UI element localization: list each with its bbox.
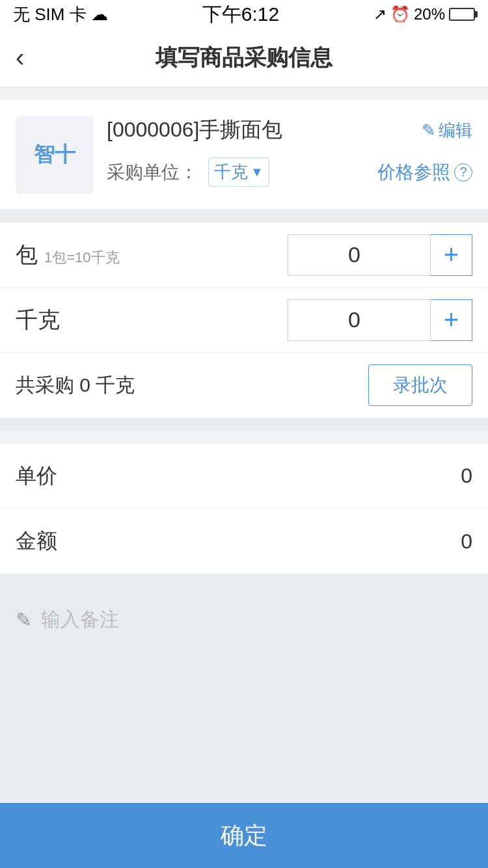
price-row-unit: 单价 0 bbox=[0, 444, 488, 509]
quantity-row-bag: 包 1包=10千克 + bbox=[0, 223, 488, 288]
battery-percent: 20% bbox=[414, 5, 445, 23]
quantity-input-wrap-bag: + bbox=[120, 234, 472, 276]
unit-bag-sublabel: 1包=10千克 bbox=[44, 248, 120, 267]
total-row: 共采购 0 千克 录批次 bbox=[0, 353, 488, 418]
unit-kg-label: 千克 bbox=[16, 305, 60, 335]
quantity-label-bag: 包 1包=10千克 bbox=[16, 240, 120, 270]
help-icon: ? bbox=[454, 163, 472, 182]
unit-price-label: 单价 bbox=[16, 462, 57, 491]
edit-icon: ✎ bbox=[422, 120, 436, 141]
page-title: 填写商品采购信息 bbox=[156, 43, 332, 73]
confirm-button[interactable]: 确定 bbox=[0, 803, 488, 868]
chevron-down-icon: ▼ bbox=[251, 165, 264, 180]
product-card: 智十 [0000006]手撕面包 ✎ 编辑 采购单位： 千克 ▼ 价格参照 ? bbox=[0, 100, 488, 210]
price-row-amount: 金额 0 bbox=[0, 509, 488, 574]
quantity-input-wrap-kg: + bbox=[113, 299, 472, 341]
note-section[interactable]: ✎ 输入备注 bbox=[0, 574, 488, 665]
product-info: [0000006]手撕面包 ✎ 编辑 采购单位： 千克 ▼ 价格参照 ? bbox=[107, 116, 472, 187]
edit-button[interactable]: ✎ 编辑 bbox=[422, 119, 472, 142]
edit-label: 编辑 bbox=[439, 119, 472, 142]
quantity-section: 包 1包=10千克 + 千克 + bbox=[0, 223, 488, 353]
unit-bag-label: 包 bbox=[16, 240, 38, 270]
back-button[interactable]: ‹ bbox=[16, 43, 24, 72]
status-right: ↗ ⏰ 20% bbox=[373, 5, 475, 23]
purchase-unit-row: 采购单位： 千克 ▼ 价格参照 ? bbox=[107, 157, 472, 187]
quantity-row-kg: 千克 + bbox=[0, 288, 488, 353]
quantity-input-bag[interactable] bbox=[288, 234, 431, 276]
plus-button-kg[interactable]: + bbox=[431, 299, 472, 341]
price-ref-label: 价格参照 bbox=[377, 160, 450, 185]
status-left: 无 SIM 卡 ☁ bbox=[13, 3, 108, 26]
product-name-row: [0000006]手撕面包 ✎ 编辑 bbox=[107, 116, 472, 144]
amount-value: 0 bbox=[461, 530, 472, 554]
location-icon: ↗ bbox=[373, 5, 386, 23]
status-time: 下午6:12 bbox=[202, 1, 279, 28]
unit-price-value: 0 bbox=[461, 464, 472, 488]
unit-label: 采购单位： bbox=[107, 160, 198, 185]
pencil-icon: ✎ bbox=[16, 608, 32, 631]
price-section: 单价 0 金额 0 bbox=[0, 444, 488, 574]
section-divider-1 bbox=[0, 210, 488, 223]
plus-button-bag[interactable]: + bbox=[431, 234, 472, 276]
price-ref-button[interactable]: 价格参照 ? bbox=[377, 160, 472, 185]
battery-icon bbox=[449, 8, 475, 21]
product-name: [0000006]手撕面包 bbox=[107, 116, 282, 144]
quantity-input-kg[interactable] bbox=[288, 299, 431, 341]
product-image: 智十 bbox=[16, 116, 94, 194]
section-divider-2 bbox=[0, 418, 488, 431]
note-placeholder: 输入备注 bbox=[41, 606, 119, 633]
unit-value: 千克 bbox=[214, 161, 248, 183]
status-bar: 无 SIM 卡 ☁ 下午6:12 ↗ ⏰ 20% bbox=[0, 0, 488, 29]
sim-text: 无 SIM 卡 ☁ bbox=[13, 3, 108, 26]
quantity-label-kg: 千克 bbox=[16, 305, 113, 335]
unit-dropdown[interactable]: 千克 ▼ bbox=[208, 157, 269, 187]
alarm-icon: ⏰ bbox=[390, 5, 410, 23]
total-label: 共采购 0 千克 bbox=[16, 372, 135, 399]
batch-button[interactable]: 录批次 bbox=[368, 364, 472, 406]
product-logo-text: 智十 bbox=[34, 141, 75, 169]
nav-bar: ‹ 填写商品采购信息 bbox=[0, 29, 488, 87]
amount-label: 金额 bbox=[16, 527, 57, 556]
